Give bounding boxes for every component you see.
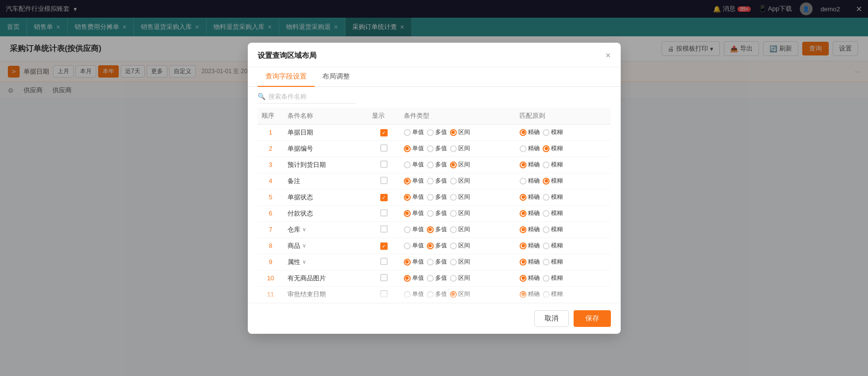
search-icon: 🔍 [258, 93, 265, 100]
search-box: 🔍 [258, 93, 356, 100]
settings-modal: 设置查询区域布局 × 查询字段设置 布局调整 🔍 顺序 [248, 43, 621, 100]
modal-search-area: 🔍 [248, 87, 621, 100]
modal-tab-fields[interactable]: 查询字段设置 [258, 67, 315, 87]
modal-overlay: 设置查询区域布局 × 查询字段设置 布局调整 🔍 顺序 [0, 0, 868, 99]
modal-title: 设置查询区域布局 [258, 51, 316, 60]
modal-header: 设置查询区域布局 × [248, 43, 621, 67]
modal-tab-fields-label: 查询字段设置 [265, 72, 307, 80]
modal-tab-layout-label: 布局调整 [322, 72, 350, 80]
modal-tabs: 查询字段设置 布局调整 [248, 67, 621, 87]
search-input[interactable] [268, 93, 347, 100]
modal-close-button[interactable]: × [605, 51, 611, 61]
modal-tab-layout[interactable]: 布局调整 [315, 67, 358, 87]
